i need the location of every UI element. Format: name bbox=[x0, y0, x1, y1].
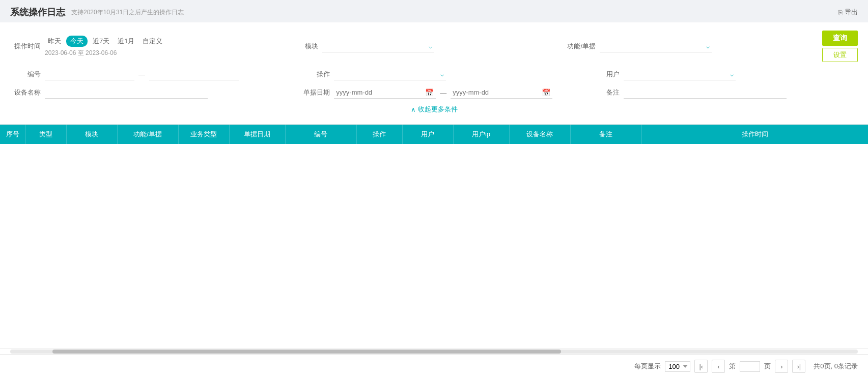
col-header-ip: 用户ip bbox=[453, 125, 509, 144]
query-button[interactable]: 查询 bbox=[822, 31, 858, 46]
time-label: 操作时间 bbox=[10, 42, 45, 51]
operation-filter-group: 操作 ⌵ bbox=[299, 68, 568, 80]
collapse-button[interactable]: ∧ 收起更多条件 bbox=[411, 105, 458, 114]
export-label: 导出 bbox=[845, 8, 858, 17]
pagination-bar: 每页显示 100 20 50 200 |‹ ‹ 第 1 页 › ›| 共0页, … bbox=[0, 354, 868, 378]
filter-row-2: 编号 — 操作 ⌵ 用户 bbox=[10, 68, 858, 80]
module-label: 模块 bbox=[288, 42, 322, 51]
col-header-module: 模块 bbox=[66, 125, 117, 144]
num-input-to[interactable] bbox=[149, 68, 239, 80]
time-btn-today[interactable]: 今天 bbox=[66, 36, 88, 47]
col-header-num: 编号 bbox=[285, 125, 356, 144]
time-btn-month[interactable]: 近1月 bbox=[115, 36, 137, 47]
total-text: 共0页, 0条记录 bbox=[814, 362, 858, 371]
time-range: 2023-06-06 至 2023-06-06 bbox=[45, 49, 165, 57]
page-container: 系统操作日志 支持2020年10月31日之后产生的操作日志 ⎘ 导出 操作时间 … bbox=[0, 0, 868, 378]
date-from-wrapper: 📅 bbox=[334, 86, 436, 99]
remark-input[interactable] bbox=[624, 86, 787, 99]
docdate-filter-group: 单据日期 📅 — 📅 bbox=[299, 86, 568, 99]
calendar-to-icon[interactable]: 📅 bbox=[542, 89, 550, 97]
page-text-suf: 页 bbox=[764, 362, 771, 371]
module-select[interactable] bbox=[322, 40, 434, 52]
time-btn-custom[interactable]: 自定义 bbox=[139, 36, 165, 47]
col-header-time: 操作时间 bbox=[641, 125, 868, 144]
device-filter-group: 设备名称 bbox=[10, 86, 279, 99]
time-btn-week[interactable]: 近7天 bbox=[90, 36, 113, 47]
user-filter-group: 用户 ⌵ bbox=[589, 68, 858, 80]
date-to-wrapper: 📅 bbox=[451, 86, 552, 99]
export-icon: ⎘ bbox=[838, 9, 843, 16]
col-header-op: 操作 bbox=[356, 125, 402, 144]
scrollbar-thumb[interactable] bbox=[52, 350, 561, 354]
page-last-button[interactable]: ›| bbox=[792, 360, 805, 373]
page-input[interactable]: 1 bbox=[740, 361, 760, 372]
func-label: 功能/单据 bbox=[565, 42, 600, 51]
device-label: 设备名称 bbox=[10, 88, 45, 97]
time-filter-group: 操作时间 昨天 今天 近7天 近1月 自定义 2023-06-06 至 2023… bbox=[10, 36, 267, 57]
num-filter-group: 编号 — bbox=[10, 68, 279, 80]
func-select-wrapper: ⌵ bbox=[600, 40, 712, 52]
docdate-label: 单据日期 bbox=[299, 88, 334, 97]
page-title: 系统操作日志 bbox=[10, 6, 65, 18]
filter-row-3: 设备名称 单据日期 📅 — 📅 备注 bbox=[10, 86, 858, 99]
col-header-biz: 业务类型 bbox=[178, 125, 229, 144]
page-size-select[interactable]: 100 20 50 200 bbox=[665, 361, 690, 372]
num-label: 编号 bbox=[10, 70, 45, 79]
col-header-type: 类型 bbox=[25, 125, 66, 144]
device-input[interactable] bbox=[45, 86, 208, 99]
operation-select-wrapper: ⌵ bbox=[334, 68, 446, 80]
module-select-wrapper: ⌵ bbox=[322, 40, 434, 52]
num-input-from[interactable] bbox=[45, 68, 134, 80]
date-from-input[interactable] bbox=[334, 86, 436, 99]
col-header-func: 功能/单据 bbox=[117, 125, 178, 144]
page-subtitle: 支持2020年10月31日之后产生的操作日志 bbox=[71, 8, 184, 17]
settings-button[interactable]: 设置 bbox=[822, 48, 858, 62]
col-header-seq: 序号 bbox=[0, 125, 25, 144]
module-filter-group: 模块 ⌵ bbox=[288, 40, 545, 52]
user-select[interactable] bbox=[624, 68, 736, 80]
scrollbar-area[interactable] bbox=[0, 348, 868, 354]
filter-row-1: 操作时间 昨天 今天 近7天 近1月 自定义 2023-06-06 至 2023… bbox=[10, 31, 858, 62]
user-select-wrapper: ⌵ bbox=[624, 68, 736, 80]
collapse-row: ∧ 收起更多条件 bbox=[10, 101, 858, 116]
page-next-button[interactable]: › bbox=[775, 360, 788, 373]
page-first-button[interactable]: |‹ bbox=[694, 360, 708, 373]
page-prev-button[interactable]: ‹ bbox=[712, 360, 725, 373]
remark-filter-group: 备注 bbox=[589, 86, 858, 99]
col-header-date: 单据日期 bbox=[229, 125, 285, 144]
filter-area: 操作时间 昨天 今天 近7天 近1月 自定义 2023-06-06 至 2023… bbox=[0, 22, 868, 125]
export-button[interactable]: ⎘ 导出 bbox=[838, 8, 858, 17]
remark-label: 备注 bbox=[589, 88, 624, 97]
collapse-label: 收起更多条件 bbox=[418, 105, 458, 114]
time-filter: 昨天 今天 近7天 近1月 自定义 2023-06-06 至 2023-06-0… bbox=[45, 36, 165, 57]
table-header-row: 序号 类型 模块 功能/单据 业务类型 单据日期 编号 操作 用户 用户ip 设… bbox=[0, 125, 868, 144]
func-select[interactable] bbox=[600, 40, 712, 52]
date-to-input[interactable] bbox=[451, 86, 552, 99]
page-text-pre: 第 bbox=[729, 362, 736, 371]
page-header: 系统操作日志 支持2020年10月31日之后产生的操作日志 ⎘ 导出 bbox=[0, 0, 868, 18]
collapse-icon: ∧ bbox=[411, 106, 416, 113]
operation-label: 操作 bbox=[299, 70, 334, 79]
date-dash: — bbox=[440, 89, 446, 97]
data-table: 序号 类型 模块 功能/单据 业务类型 单据日期 编号 操作 用户 用户ip 设… bbox=[0, 125, 868, 144]
col-header-note: 备注 bbox=[570, 125, 641, 144]
action-buttons: 查询 设置 bbox=[822, 31, 858, 62]
time-btn-yesterday[interactable]: 昨天 bbox=[45, 36, 64, 47]
scrollbar-track bbox=[10, 350, 858, 354]
operation-select[interactable] bbox=[334, 68, 446, 80]
calendar-from-icon[interactable]: 📅 bbox=[425, 89, 434, 97]
col-header-device: 设备名称 bbox=[509, 125, 570, 144]
time-buttons: 昨天 今天 近7天 近1月 自定义 bbox=[45, 36, 165, 47]
func-filter-group: 功能/单据 ⌵ bbox=[565, 40, 822, 52]
num-dash: — bbox=[138, 71, 145, 78]
table-area: 序号 类型 模块 功能/单据 业务类型 单据日期 编号 操作 用户 用户ip 设… bbox=[0, 125, 868, 348]
page-size-label: 每页显示 bbox=[634, 362, 661, 371]
col-header-user: 用户 bbox=[402, 125, 453, 144]
user-label: 用户 bbox=[589, 70, 624, 79]
